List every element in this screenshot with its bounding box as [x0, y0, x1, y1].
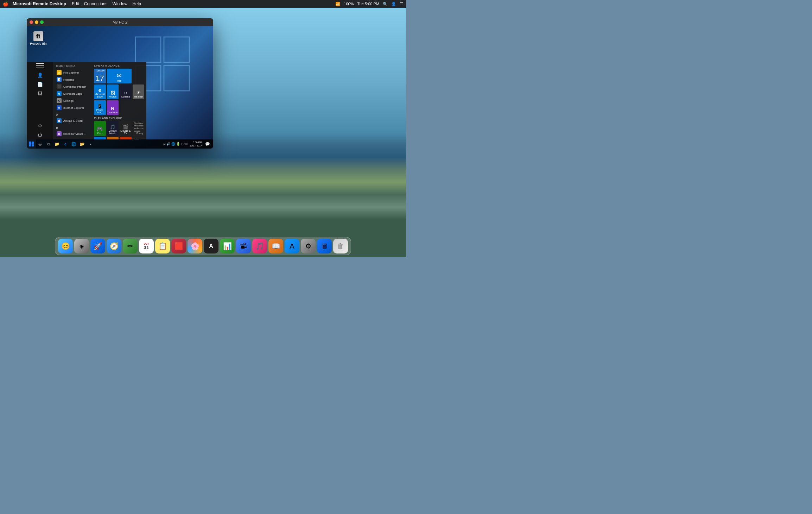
taskbar-edge[interactable]: e: [61, 139, 70, 149]
app-item-settings[interactable]: ⚙ Settings: [56, 97, 89, 104]
file-explorer-icon: 📁: [57, 70, 62, 75]
app-item-microsoft-edge[interactable]: e Microsoft Edge: [56, 90, 89, 97]
menu-icon[interactable]: ☰: [400, 2, 403, 6]
taskbar-date: 10/17/2017: [190, 144, 202, 147]
tile-store[interactable]: 🛍 Store: [94, 137, 106, 139]
dock-finder[interactable]: 😊: [58, 239, 73, 253]
onenote-icon: N: [111, 106, 114, 111]
tile-news[interactable]: News: [133, 137, 145, 139]
dock-ia-writer[interactable]: A: [204, 239, 218, 253]
dock-numbers[interactable]: 📊: [220, 239, 235, 253]
remote-titlebar: My PC 2: [27, 18, 213, 26]
tile-cortana[interactable]: ○ Cortana: [120, 84, 132, 99]
tile-solitaire[interactable]: 🃏 Microsoft Solitaire: [107, 137, 119, 139]
tile-weather[interactable]: ☀ Weather: [133, 84, 145, 99]
window-close-button[interactable]: [30, 20, 33, 24]
start-menu-tiles: Life at a glance Tuesday 17 ✉ Mail: [92, 62, 146, 139]
taskbar-notifications[interactable]: 💬: [203, 139, 212, 149]
win10-desktop: 🗑 Recycle Bin 👤 📄 🖼 ⚙ ⏻: [27, 26, 213, 149]
start-nav-documents[interactable]: 📄: [27, 80, 53, 89]
start-nav-settings[interactable]: ⚙: [27, 121, 53, 130]
dock-photos[interactable]: 🌸: [188, 239, 202, 253]
photos-label: Photos: [109, 95, 116, 98]
life-tiles-grid: Tuesday 17 ✉ Mail e Micro: [94, 69, 144, 115]
tile-get-office[interactable]: A Get Office: [120, 137, 132, 139]
start-button[interactable]: [27, 139, 36, 149]
menu-edit[interactable]: Edit: [72, 1, 79, 6]
life-at-a-glance-title: Life at a glance: [94, 64, 144, 67]
dock-safari[interactable]: 🧭: [107, 239, 121, 253]
app-item-blend[interactable]: B Blend for Visual Studio 2015: [56, 130, 89, 137]
win-quad-tr: [32, 142, 34, 144]
windows-logo-icon: [29, 142, 34, 146]
notepad-icon: 📝: [57, 77, 62, 82]
dock-keynote[interactable]: 📽: [236, 239, 251, 253]
dock-siri[interactable]: ◉: [74, 239, 89, 253]
calendar-day: Tuesday: [95, 69, 105, 72]
taskbar-news[interactable]: 🌐: [70, 139, 78, 149]
mail-icon: ✉: [117, 72, 121, 79]
taskbar-task-view[interactable]: ⧉: [44, 139, 53, 149]
dock-pixelmator[interactable]: ✏: [123, 239, 138, 253]
wifi-icon: 📶: [335, 2, 340, 6]
dock-trash[interactable]: 🗑: [333, 239, 348, 253]
play-explore-title: Play and explore: [94, 117, 144, 120]
taskbar-folder[interactable]: 📂: [78, 139, 87, 149]
taskbar-chevron-icon[interactable]: ∧: [163, 142, 165, 146]
tile-mail[interactable]: ✉ Mail: [107, 69, 132, 83]
recycle-bin[interactable]: 🗑 Recycle Bin: [30, 31, 47, 45]
tile-edge[interactable]: e Microsoft Edge: [94, 84, 106, 99]
dock-calendar[interactable]: OCT 31: [139, 239, 154, 253]
dock-system-preferences[interactable]: ⚙: [301, 239, 316, 253]
dock-ibooks[interactable]: 📖: [268, 239, 283, 253]
tile-photos[interactable]: 🖼 Photos: [107, 84, 119, 99]
dock-app-store[interactable]: A: [285, 239, 299, 253]
window-maximize-button[interactable]: [40, 20, 44, 24]
taskbar-file-explorer[interactable]: 📁: [53, 139, 61, 149]
win-quad-tl: [29, 142, 31, 144]
tile-groove-music[interactable]: 🎵 Groove Music: [107, 121, 119, 136]
app-item-notepad[interactable]: 📝 Notepad: [56, 76, 89, 83]
taskbar-network-icon[interactable]: 🌐: [171, 142, 175, 146]
tile-onenote[interactable]: N OneNote: [107, 100, 119, 115]
app-item-internet-explorer[interactable]: e Internet Explorer: [56, 104, 89, 111]
dock-launchpad[interactable]: 🚀: [90, 239, 105, 253]
menu-window[interactable]: Window: [112, 1, 127, 6]
start-menu-app-list: Most used 📁 File Explorer 📝 Notepad ⬛ Co…: [53, 62, 92, 139]
apple-logo-icon[interactable]: 🍎: [3, 1, 8, 7]
blend-label: Blend for Visual Studio 2015: [63, 132, 88, 136]
weather-label: Weather: [134, 95, 143, 98]
dock-itunes[interactable]: 🎵: [252, 239, 267, 253]
start-nav-user[interactable]: 👤: [27, 70, 53, 80]
dock-remote-desktop[interactable]: 🖥: [317, 239, 332, 253]
app-item-file-explorer[interactable]: 📁 File Explorer: [56, 69, 89, 76]
taskbar-search[interactable]: ◎: [36, 139, 44, 149]
remote-desktop-window[interactable]: My PC 2 🗑: [27, 18, 213, 149]
play-tiles-grid: 🎮 Xbox 🎵 Groove Music 🎬 Movies & TV: [94, 121, 144, 139]
taskbar-battery-icon[interactable]: 🔋: [176, 142, 180, 146]
app-item-alarms[interactable]: ⏰ Alarms & Clock: [56, 117, 89, 124]
tile-calendar[interactable]: Tuesday 17: [94, 69, 106, 83]
search-icon[interactable]: 🔍: [383, 2, 388, 6]
dock-mosaic[interactable]: 🟥: [171, 239, 186, 253]
recycle-bin-icon: 🗑: [33, 31, 43, 41]
app-item-command-prompt[interactable]: ⬛ Command Prompt: [56, 83, 89, 90]
hamburger-menu-button[interactable]: [36, 63, 44, 68]
taskbar-terminal[interactable]: ▪: [87, 139, 95, 149]
menubar-time: Tue 5:00 PM: [357, 2, 379, 6]
window-minimize-button[interactable]: [35, 20, 38, 24]
tile-xbox[interactable]: 🎮 Xbox: [94, 121, 106, 136]
notepad-label: Notepad: [63, 78, 74, 81]
menu-help[interactable]: Help: [132, 1, 141, 6]
start-nav-power[interactable]: ⏻: [27, 130, 53, 139]
taskbar-lang: ENG: [181, 142, 188, 146]
dock-stickies[interactable]: 📋: [155, 239, 170, 253]
start-nav-pictures[interactable]: 🖼: [27, 89, 53, 98]
tile-phone-companion[interactable]: 📱 Phone Comp...: [94, 100, 106, 115]
tile-money[interactable]: Why fewer Americans are buying homes Mon…: [133, 121, 145, 136]
user-icon[interactable]: 👤: [391, 2, 396, 6]
tile-movies-tv[interactable]: 🎬 Movies & TV: [120, 121, 132, 136]
taskbar-volume-icon[interactable]: 🔊: [166, 142, 170, 146]
taskbar-clock[interactable]: 5:00 PM 10/17/2017: [190, 141, 202, 147]
menu-connections[interactable]: Connections: [84, 1, 108, 6]
